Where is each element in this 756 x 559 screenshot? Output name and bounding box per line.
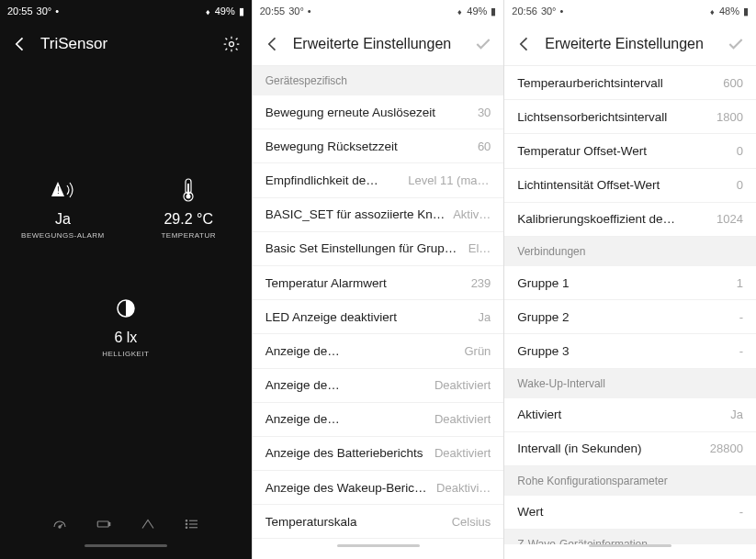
svg-point-16 bbox=[186, 527, 187, 529]
nav-indicator bbox=[0, 544, 252, 559]
setting-value: - bbox=[739, 505, 743, 519]
check-icon[interactable] bbox=[474, 35, 492, 53]
setting-row[interactable]: Kalibrierungskoeffizient de…1024 bbox=[504, 203, 756, 237]
setting-label: Anzeige de… bbox=[265, 344, 465, 358]
setting-row[interactable]: Anzeige de…Grün bbox=[253, 334, 504, 368]
setting-row[interactable]: Lichtintensität Offset-Wert0 bbox=[504, 169, 756, 203]
setting-value: Celsius bbox=[452, 515, 491, 529]
settings-list[interactable]: GerätespezifischBewegung erneute Auslöse… bbox=[253, 66, 504, 544]
status-bar: 20:5630°• ⬧48%▮ bbox=[504, 0, 756, 22]
setting-row[interactable]: Temperatur Offset-Wert0 bbox=[504, 134, 756, 168]
back-icon[interactable] bbox=[264, 35, 282, 53]
setting-row[interactable]: Basic Set Einstellungen für Grupp…El… bbox=[253, 232, 504, 266]
wifi-icon: ⬧ bbox=[205, 6, 211, 17]
battery-icon: ▮ bbox=[743, 6, 749, 17]
brightness-icon bbox=[71, 295, 181, 322]
temp-value: 29.2 °C bbox=[133, 211, 243, 228]
svg-rect-10 bbox=[108, 523, 110, 526]
check-icon[interactable] bbox=[727, 35, 745, 53]
bottom-nav bbox=[0, 504, 252, 544]
page-title: Erweiterte Einstellungen bbox=[545, 36, 727, 52]
temp-label: TEMPERATUR bbox=[133, 231, 243, 240]
setting-row[interactable]: Empfindlichkeit de…Level 11 (maximum) bbox=[253, 163, 504, 197]
setting-value: Aktiv… bbox=[453, 207, 491, 221]
list-icon[interactable] bbox=[184, 516, 200, 532]
setting-label: BASIC_SET für assoziierte Knote… bbox=[265, 207, 454, 221]
motion-tile[interactable]: ! Ja BEWEGUNGS-ALARM bbox=[7, 176, 118, 240]
setting-row[interactable]: AktiviertJa bbox=[504, 398, 756, 432]
route-icon[interactable] bbox=[140, 516, 156, 532]
setting-label: Gruppe 2 bbox=[517, 310, 739, 324]
setting-value: 30 bbox=[478, 106, 491, 119]
setting-value: 1 bbox=[737, 276, 743, 290]
battery-text: 48% bbox=[719, 6, 739, 17]
section-header: Wake-Up-Intervall bbox=[504, 369, 756, 398]
setting-label: Wert bbox=[517, 505, 739, 519]
battery-icon[interactable] bbox=[96, 516, 112, 532]
section-header: Z-Wave-Geräteinformation bbox=[504, 530, 756, 544]
setting-row[interactable]: Intervall (in Sekunden)28800 bbox=[504, 432, 756, 466]
setting-label: Temperaturskala bbox=[265, 515, 452, 529]
nav-indicator bbox=[504, 544, 756, 559]
setting-value: 60 bbox=[478, 140, 491, 153]
status-time: 20:56 bbox=[512, 6, 537, 17]
settings-list[interactable]: Temperaurberichtsintervall600Lichtsensor… bbox=[504, 66, 756, 544]
setting-row[interactable]: Gruppe 11 bbox=[504, 266, 756, 300]
svg-point-15 bbox=[186, 523, 187, 525]
setting-row[interactable]: Anzeige des Wakeup-BerichtesDeaktivi… bbox=[253, 471, 504, 505]
setting-label: Bewegung erneute Auslösezeit bbox=[265, 106, 478, 119]
battery-icon: ▮ bbox=[491, 6, 496, 17]
svg-point-0 bbox=[229, 42, 233, 47]
setting-row[interactable]: Anzeige de…Deaktiviert bbox=[253, 369, 504, 403]
setting-value: 239 bbox=[471, 276, 491, 290]
section-header: Verbindungen bbox=[504, 237, 756, 266]
motion-label: BEWEGUNGS-ALARM bbox=[7, 231, 118, 240]
setting-row[interactable]: Bewegung erneute Auslösezeit30 bbox=[253, 95, 504, 129]
setting-value: Deaktiviert bbox=[434, 446, 491, 460]
status-time: 20:55 bbox=[260, 6, 286, 17]
setting-row[interactable]: TemperaturskalaCelsius bbox=[253, 505, 504, 539]
back-icon[interactable] bbox=[11, 35, 29, 53]
wifi-icon: ⬧ bbox=[709, 6, 716, 17]
setting-value: 1024 bbox=[717, 212, 743, 226]
svg-rect-9 bbox=[97, 521, 108, 527]
back-icon[interactable] bbox=[515, 35, 534, 53]
setting-row[interactable]: Temperaurberichtsintervall600 bbox=[504, 66, 756, 100]
wifi-icon: ⬧ bbox=[457, 6, 463, 17]
setting-value: 0 bbox=[737, 144, 743, 158]
setting-label: Basic Set Einstellungen für Grupp… bbox=[265, 241, 468, 255]
light-tile[interactable]: 6 lx HELLIGKEIT bbox=[71, 295, 181, 358]
setting-row[interactable]: LED Anzeige deaktiviertJa bbox=[253, 300, 504, 334]
setting-row[interactable]: Lichtsensorberichtsintervall1800 bbox=[504, 100, 756, 134]
setting-value: Ja bbox=[479, 310, 491, 324]
setting-value: El… bbox=[468, 241, 491, 255]
setting-row[interactable]: Temperatur Alarmwert239 bbox=[253, 266, 504, 300]
motion-alert-icon: ! bbox=[7, 176, 118, 204]
status-bar: 20:55 30° • ⬧ 49% ▮ bbox=[0, 0, 252, 22]
battery-text: 49% bbox=[215, 6, 235, 17]
status-time: 20:55 bbox=[7, 6, 33, 17]
setting-row[interactable]: Anzeige des BatterieberichtsDeaktiviert bbox=[253, 437, 504, 471]
temp-tile[interactable]: 29.2 °C TEMPERATUR bbox=[133, 176, 243, 240]
settings-panel-1: 20:5530°• ⬧49%▮ Erweiterte Einstellungen… bbox=[253, 0, 505, 559]
svg-point-4 bbox=[186, 195, 191, 199]
header: Erweiterte Einstellungen bbox=[253, 22, 504, 66]
gear-icon[interactable] bbox=[222, 35, 241, 53]
setting-label: Kalibrierungskoeffizient de… bbox=[517, 212, 717, 226]
status-extra: 30° bbox=[541, 6, 557, 17]
header: Erweiterte Einstellungen bbox=[504, 22, 756, 66]
setting-row[interactable]: BASIC_SET für assoziierte Knote…Aktiv… bbox=[253, 198, 504, 232]
setting-row[interactable]: Gruppe 3- bbox=[504, 334, 756, 368]
battery-text: 49% bbox=[467, 6, 487, 17]
setting-label: Aktiviert bbox=[517, 408, 730, 421]
setting-label: Anzeige de… bbox=[265, 412, 434, 426]
setting-row[interactable]: Wert- bbox=[504, 496, 756, 530]
setting-row[interactable]: Gruppe 2- bbox=[504, 300, 756, 334]
motion-value: Ja bbox=[7, 211, 118, 228]
setting-label: Anzeige des Batterieberichts bbox=[265, 446, 434, 460]
setting-label: Bewegung Rücksetzzeit bbox=[265, 140, 478, 153]
setting-row[interactable]: Anzeige de…Deaktiviert bbox=[253, 403, 504, 437]
gauge-icon[interactable] bbox=[51, 516, 68, 532]
setting-row[interactable]: Bewegung Rücksetzzeit60 bbox=[253, 129, 504, 163]
battery-icon: ▮ bbox=[239, 6, 244, 17]
